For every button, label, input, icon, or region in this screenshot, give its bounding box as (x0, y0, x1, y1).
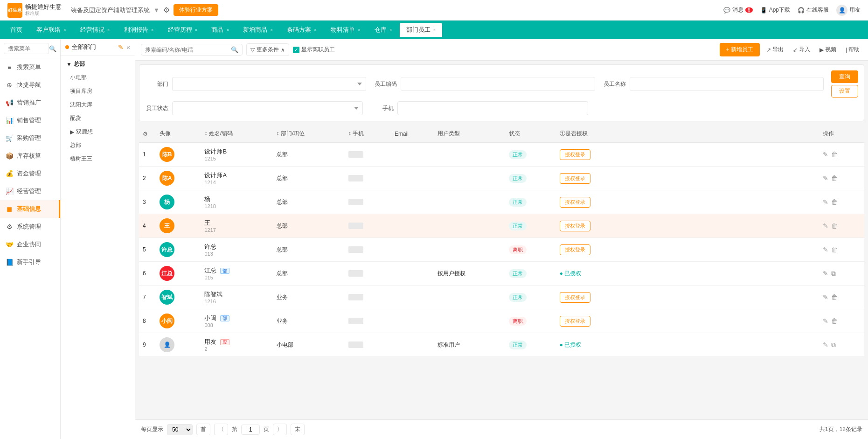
auth-login-button[interactable]: 授权登录 (560, 221, 590, 231)
nav-tab-add-goods[interactable]: 新增商品 × (236, 23, 279, 37)
delete-icon[interactable]: 🗑 (831, 151, 838, 158)
export-btn[interactable]: ↗ 导出 (764, 43, 786, 56)
sidebar-item-biz[interactable]: 📈 经营管理 (0, 182, 60, 200)
delete-icon[interactable]: 🗑 (831, 293, 838, 301)
close-icon[interactable]: × (358, 28, 361, 33)
nav-tab-profit[interactable]: 利润报告 × (118, 23, 160, 37)
dept-item-dispatch[interactable]: 配货 (61, 111, 135, 125)
online-service-btn[interactable]: 🎧 在线客服 (798, 6, 829, 14)
close-icon[interactable]: × (314, 28, 317, 33)
sidebar-item-marketing[interactable]: 📢 营销推广 (0, 94, 60, 111)
user-btn[interactable]: 👤 用友 (836, 5, 861, 16)
edit-icon[interactable]: ✎ (823, 151, 828, 158)
next-page-button[interactable]: 〉 (273, 424, 287, 435)
dept-item-project[interactable]: 项目库房 (61, 84, 135, 98)
dept-item-shuanglu[interactable]: ▶ 双鹿想 (61, 125, 135, 139)
first-page-button[interactable]: 首 (196, 424, 210, 435)
close-icon[interactable]: × (195, 28, 198, 33)
edit-icon[interactable]: ✎ (823, 293, 828, 301)
auth-login-button[interactable]: 授权登录 (560, 244, 590, 255)
phone-input[interactable] (397, 101, 588, 115)
col-name-code[interactable]: ↕ 姓名/编码 (201, 125, 272, 143)
delete-icon[interactable]: 🗑 (831, 222, 838, 230)
sidebar-search-input[interactable] (4, 43, 49, 54)
delete-icon[interactable]: 🗑 (831, 246, 838, 253)
sidebar-item-basic[interactable]: ◼ 基础信息 (0, 200, 60, 218)
emp-status-select[interactable] (172, 101, 363, 115)
close-icon[interactable]: × (63, 28, 66, 33)
sidebar-item-guide[interactable]: 📘 新手引导 (0, 253, 60, 271)
col-settings[interactable]: ⚙ (139, 125, 156, 143)
dept-edit-icon[interactable]: ✎ (118, 43, 124, 51)
nav-tab-customer[interactable]: 客户联络 × (30, 23, 73, 37)
nav-tab-operation[interactable]: 经营情况 × (74, 23, 117, 37)
page-number-input[interactable] (241, 425, 260, 435)
search-input[interactable] (145, 47, 229, 53)
auth-login-button[interactable]: 授权登录 (560, 316, 590, 327)
emp-code-input[interactable] (401, 77, 595, 91)
delete-icon[interactable]: 🗑 (831, 198, 838, 206)
last-page-button[interactable]: 末 (291, 424, 305, 435)
close-icon[interactable]: × (107, 28, 110, 33)
auth-login-button[interactable]: 授权登录 (560, 149, 590, 160)
close-icon[interactable]: × (433, 28, 436, 33)
dept-filter-select[interactable] (172, 77, 366, 91)
nav-tab-goods[interactable]: 商品 × (205, 23, 236, 37)
nav-tab-dept[interactable]: 部门员工 × (400, 23, 443, 37)
close-icon[interactable]: × (226, 28, 229, 33)
dropdown-icon[interactable]: ▼ (153, 7, 160, 14)
nav-tab-bom[interactable]: 物料清单 × (324, 23, 367, 37)
nav-tab-home[interactable]: 首页 (4, 23, 29, 37)
prev-page-button[interactable]: 〈 (214, 424, 228, 435)
nav-tab-history[interactable]: 经营历程 × (161, 23, 204, 37)
view-btn[interactable]: ▶ 视频 (817, 43, 839, 56)
sidebar-item-purchase[interactable]: 🛒 采购管理 (0, 129, 60, 147)
search-button[interactable]: 查询 (831, 70, 858, 83)
dept-collapse-icon[interactable]: « (126, 43, 130, 51)
sidebar-item-search[interactable]: ≡ 搜索菜单 (0, 58, 60, 76)
gear-icon[interactable]: ⚙ (163, 6, 170, 14)
delete-icon[interactable]: 🗑 (831, 174, 838, 182)
col-phone[interactable]: ↕ 手机 (345, 125, 391, 143)
nav-tab-barcode[interactable]: 条码方案 × (280, 23, 323, 37)
dept-item-shenyang[interactable]: 沈阳大库 (61, 98, 135, 111)
trial-button[interactable]: 体验行业方案 (174, 4, 218, 16)
edit-icon[interactable]: ✎ (823, 198, 828, 206)
edit-icon[interactable]: ✎ (823, 174, 828, 182)
delete-icon[interactable]: 🗑 (831, 317, 838, 325)
edit-icon[interactable]: ✎ (823, 222, 828, 230)
set-button[interactable]: 设置 (831, 85, 858, 98)
edit-icon[interactable]: ✎ (823, 246, 828, 253)
copy-icon[interactable]: ⧉ (831, 341, 836, 349)
copy-icon[interactable]: ⧉ (831, 270, 836, 278)
emp-name-input[interactable] (630, 77, 824, 91)
dept-all-btn[interactable]: 全部部门 (65, 43, 96, 51)
more-filter-btn[interactable]: ▽ 更多条件 ∧ (246, 43, 289, 56)
auth-login-button[interactable]: 授权登录 (560, 292, 590, 303)
sidebar-item-sales[interactable]: 📊 销售管理 (0, 111, 60, 129)
dept-item-headquarters[interactable]: 总部 (61, 139, 135, 152)
edit-icon[interactable]: ✎ (823, 317, 828, 325)
dept-item-zhishu[interactable]: 植树王三 (61, 152, 135, 166)
close-icon[interactable]: × (151, 28, 154, 33)
import-btn[interactable]: ↙ 导入 (790, 43, 813, 56)
show-resigned-toggle[interactable]: ✓ 显示离职员工 (293, 46, 335, 54)
dept-group-general[interactable]: ▼ 总部 (61, 57, 135, 71)
app-download-btn[interactable]: 📱 App下载 (760, 6, 790, 14)
sidebar-item-finance[interactable]: 💰 资金管理 (0, 165, 60, 182)
auth-login-button[interactable]: 授权登录 (560, 173, 590, 184)
edit-icon[interactable]: ✎ (823, 270, 828, 277)
dept-item-small-elec[interactable]: 小电部 (61, 71, 135, 84)
sidebar-item-collab[interactable]: 🤝 企业协同 (0, 236, 60, 253)
close-icon[interactable]: × (270, 28, 273, 33)
sidebar-item-quicknav[interactable]: ⊕ 快捷导航 (0, 76, 60, 94)
add-employee-button[interactable]: + 新增员工 (720, 43, 760, 56)
edit-icon[interactable]: ✎ (823, 341, 828, 348)
close-icon[interactable]: × (389, 28, 392, 33)
sidebar-item-system[interactable]: ⚙ 系统管理 (0, 218, 60, 236)
sidebar-item-inventory[interactable]: 📦 库存核算 (0, 147, 60, 165)
nav-tab-warehouse[interactable]: 仓库 × (368, 23, 399, 37)
col-dept-pos[interactable]: ↕ 部门/职位 (273, 125, 345, 143)
help-btn[interactable]: | 帮助 (843, 43, 862, 56)
message-btn[interactable]: 💬 消息 6 (723, 6, 753, 14)
